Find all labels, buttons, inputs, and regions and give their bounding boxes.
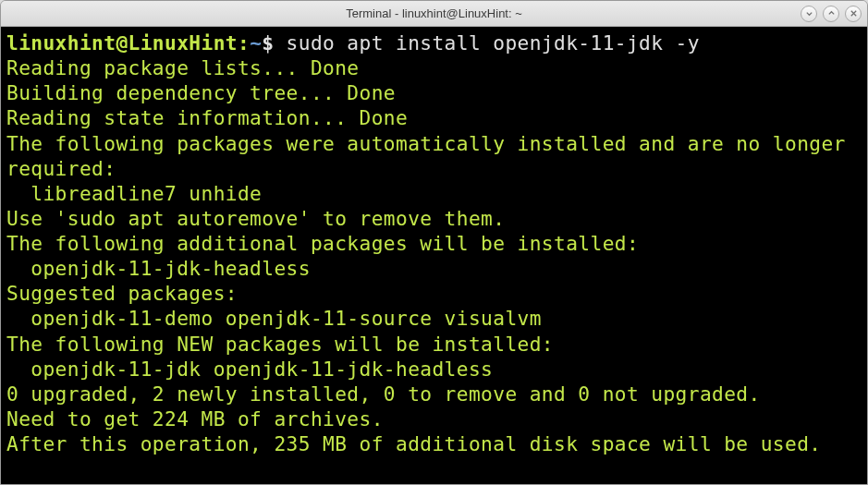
output-line: After this operation, 235 MB of addition… <box>6 432 821 455</box>
minimize-icon <box>805 9 813 18</box>
close-button[interactable] <box>845 6 862 22</box>
output-line: Reading state information... Done <box>6 106 408 129</box>
prompt-colon: : <box>238 31 250 55</box>
maximize-icon <box>827 9 836 18</box>
command-text: sudo apt install openjdk-11-jdk -y <box>274 31 699 55</box>
output-line: Use 'sudo apt autoremove' to remove them… <box>6 207 505 230</box>
output-line: Need to get 224 MB of archives. <box>6 407 384 430</box>
prompt-user-host: linuxhint@LinuxHint <box>6 31 238 55</box>
terminal-body[interactable]: linuxhint@LinuxHint:~$ sudo apt install … <box>1 27 867 484</box>
window-controls <box>801 6 862 22</box>
output-line: openjdk-11-jdk-headless <box>6 257 311 280</box>
output-line: Suggested packages: <box>6 282 238 305</box>
window-title: Terminal - linuxhint@LinuxHint: ~ <box>346 6 522 20</box>
output-line: openjdk-11-jdk openjdk-11-jdk-headless <box>6 358 493 381</box>
prompt-symbol: $ <box>262 31 274 55</box>
terminal-content: linuxhint@LinuxHint:~$ sudo apt install … <box>6 30 862 456</box>
maximize-button[interactable] <box>823 6 839 22</box>
terminal-window: Terminal - linuxhint@LinuxHint: ~ linuxh… <box>0 0 868 485</box>
titlebar: Terminal - linuxhint@LinuxHint: ~ <box>1 1 867 27</box>
output-line: libreadline7 unhide <box>6 182 262 205</box>
output-line: The following NEW packages will be insta… <box>6 333 554 356</box>
close-icon <box>850 9 858 18</box>
output-line: Building dependency tree... Done <box>6 81 396 104</box>
output-line: openjdk-11-demo openjdk-11-source visual… <box>6 307 542 330</box>
output-line: 0 upgraded, 2 newly installed, 0 to remo… <box>6 382 761 406</box>
prompt-path: ~ <box>250 31 262 55</box>
output-line: The following additional packages will b… <box>6 232 639 255</box>
output-line: The following packages were automaticall… <box>6 132 858 180</box>
output-line: Reading package lists... Done <box>6 56 360 79</box>
minimize-button[interactable] <box>801 6 817 22</box>
